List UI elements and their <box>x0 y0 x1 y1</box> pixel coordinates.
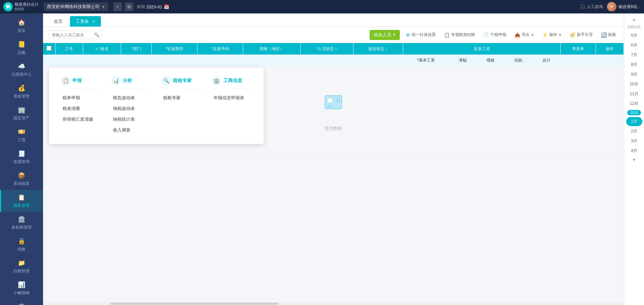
tax-report-btn[interactable]: 📄 个税申报 <box>481 31 509 39</box>
sidebar-item-ledger[interactable]: 📒 总账 <box>0 37 43 59</box>
logo-icon: 畅 <box>3 2 13 11</box>
expert-title: 税检专家 <box>173 78 192 84</box>
support-btn[interactable]: 🎧 人工咨询 <box>580 4 603 10</box>
sidebar-label-assets: 固定资产 <box>13 115 30 121</box>
declaration-title: 申报 <box>72 78 82 84</box>
sidebar-item-settings[interactable]: ⚙️ 基础设置 <box>0 299 43 305</box>
tab-salary[interactable]: 工资表 ✕ <box>70 16 101 27</box>
sidebar-item-multi[interactable]: 🏛️ 多机构管理 <box>0 212 43 234</box>
scrollbar-track[interactable] <box>43 302 624 305</box>
special-deduct-btn[interactable]: 📋 专项附加扣除 <box>441 31 478 39</box>
menu-item-tax-burden[interactable]: 税负波动表 <box>111 92 152 103</box>
special-icon: 📋 <box>444 32 450 38</box>
settings-gear-icon[interactable]: ⚙ <box>125 2 134 11</box>
select-all-header[interactable] <box>43 43 55 55</box>
multi-icon: 🏛️ <box>17 215 26 223</box>
sidebar-item-report[interactable]: 📊 小畅报销 <box>0 277 43 299</box>
operate-icon: ⚡ <box>542 32 548 38</box>
menu-item-tax-declare[interactable]: 税务申报 <box>61 92 101 103</box>
analysis-section-icon: 📊 <box>111 76 121 85</box>
sidebar-item-archive[interactable]: 📁 归档管理 <box>0 256 43 277</box>
refresh-btn[interactable]: 🔄 刷新 <box>598 31 619 39</box>
sidebar-item-salary[interactable]: 💴 工资 <box>0 124 43 146</box>
tab-home-label: 首页 <box>54 19 63 24</box>
calendar-icon[interactable]: 📅 <box>164 4 169 9</box>
cal-month-4[interactable]: 4月 <box>626 146 642 155</box>
add-company-btn[interactable]: ＋ <box>113 2 122 11</box>
add-person-label: 添加人员 <box>374 32 391 38</box>
tab-home[interactable]: 首页 <box>48 16 68 27</box>
header-dept: *部门 <box>121 43 152 55</box>
toolbar: 🔍 添加人员 ▼ ⚙ 统一社保设置 📋 专项附加扣除 📄 个税申报 <box>43 27 624 43</box>
cal-month-6[interactable]: 6月 <box>626 41 642 50</box>
cal-month-11[interactable]: 11月 <box>626 89 642 99</box>
menu-section-expert: 🔍 税检专家 税检专家 <box>156 74 207 137</box>
sidebar-item-home[interactable]: 🏠 首页 <box>0 15 43 37</box>
operate-btn[interactable]: ⚡ 操作 ▼ <box>539 31 564 39</box>
menu-item-tax-form[interactable]: 税表清册 <box>61 103 101 114</box>
period-label: 账期 <box>137 4 145 10</box>
inventory-icon: 📦 <box>17 171 26 180</box>
menu-item-tax-stat[interactable]: 纳税统计表 <box>111 114 152 125</box>
cal-scroll-up[interactable]: ▲ <box>624 15 644 23</box>
guide-btn[interactable]: 🧭 新手引导 <box>567 31 596 39</box>
cal-month-10[interactable]: 10月 <box>626 80 642 89</box>
menu-item-tax-wave[interactable]: 纳税波动表 <box>111 103 152 114</box>
select-all-checkbox[interactable] <box>46 46 51 51</box>
user-name: 畅捷通B组... <box>618 4 641 10</box>
tab-salary-close[interactable]: ✕ <box>92 20 95 24</box>
sidebar-label-tax: 税务管理 <box>13 203 30 208</box>
company-selector[interactable]: 西安虾米网络科技有限公司 ▼ <box>44 2 108 11</box>
sidebar-item-assets[interactable]: 🏢 固定资产 <box>0 103 43 124</box>
add-person-btn[interactable]: 添加人员 ▼ <box>370 30 400 40</box>
sidebar-item-tax[interactable]: 📋 税务管理 <box>0 190 43 212</box>
cal-month-7[interactable]: 7月 <box>626 50 642 60</box>
cal-month-12[interactable]: 12月 <box>626 99 642 108</box>
cal-month-2[interactable]: 2月 <box>626 127 642 136</box>
sidebar-item-close[interactable]: 🔒 结账 <box>0 234 43 256</box>
sort-name-icon[interactable]: ⇅ <box>95 47 98 51</box>
menu-item-annual-report[interactable]: 年报信息申报表 <box>212 92 252 103</box>
cal-month-5[interactable]: 5月 <box>626 31 642 40</box>
search-input[interactable] <box>52 33 92 37</box>
menu-item-tax-expert[interactable]: 税检专家 <box>161 92 202 103</box>
ledger-icon: 📒 <box>17 40 26 48</box>
cal-scroll-down[interactable]: ▼ <box>624 156 644 164</box>
filter-status-icon[interactable]: ▽ <box>335 47 338 51</box>
filter-report-icon[interactable]: ▽ <box>385 47 388 51</box>
sidebar-label-salary: 工资 <box>17 137 26 143</box>
guide-label: 新手引导 <box>577 32 593 38</box>
assets-icon: 🏢 <box>17 106 26 114</box>
sidebar-item-fund[interactable]: 💰 资金管理 <box>0 81 43 103</box>
sub-header-perf: 绩效 <box>477 55 505 66</box>
user-info[interactable]: 用 畅捷通B组... <box>607 2 641 11</box>
sidebar-item-invoice[interactable]: 🧾 发票管理 <box>0 146 43 168</box>
sidebar-label-invoice: 发票管理 <box>13 159 30 165</box>
sidebar-label-multi: 多机构管理 <box>11 225 32 230</box>
empty-icon <box>320 89 347 120</box>
tax-report-label: 个税申报 <box>490 32 506 38</box>
menu-item-income-clear[interactable]: 所得税汇算清缴 <box>61 114 101 125</box>
section-header-expert: 🔍 税检专家 <box>161 76 202 89</box>
sidebar-item-inventory[interactable]: 📦 库存核算 <box>0 168 43 190</box>
section-header-analysis: 📊 分析 <box>111 76 152 89</box>
search-icon[interactable]: 🔍 <box>94 32 100 37</box>
cal-month-9[interactable]: 9月 <box>626 70 642 79</box>
sidebar-label-report: 小畅报销 <box>13 290 30 296</box>
cal-month-8[interactable]: 8月 <box>626 60 642 69</box>
header-name: ⇅ *姓名 <box>83 43 121 55</box>
main-layout: 🏠 首页 📒 总账 ☁️ 云报表中心 💰 资金管理 🏢 固定资产 💴 工资 🧾 … <box>0 13 644 305</box>
cal-month-1[interactable]: 1月 <box>626 117 642 126</box>
sidebar: 🏠 首页 📒 总账 ☁️ 云报表中心 💰 资金管理 🏢 固定资产 💴 工资 🧾 … <box>0 13 43 305</box>
tab-bar: 首页 工资表 ✕ <box>43 13 624 27</box>
cal-month-3[interactable]: 3月 <box>626 137 642 146</box>
sidebar-item-cloud[interactable]: ☁️ 云报表中心 <box>0 59 43 81</box>
export-btn[interactable]: 📤 导出 ▼ <box>512 31 537 39</box>
scrollbar-thumb[interactable] <box>110 303 278 305</box>
home-icon: 🏠 <box>17 18 26 27</box>
top-bar-right: 🎧 人工咨询 用 畅捷通B组... <box>580 2 641 11</box>
social-icon: ⚙ <box>406 32 410 38</box>
menu-item-income-calc[interactable]: 收入测算 <box>111 125 152 136</box>
sub-header-subsidy: 津贴 <box>449 55 477 66</box>
social-settings-btn[interactable]: ⚙ 统一社保设置 <box>403 31 439 39</box>
